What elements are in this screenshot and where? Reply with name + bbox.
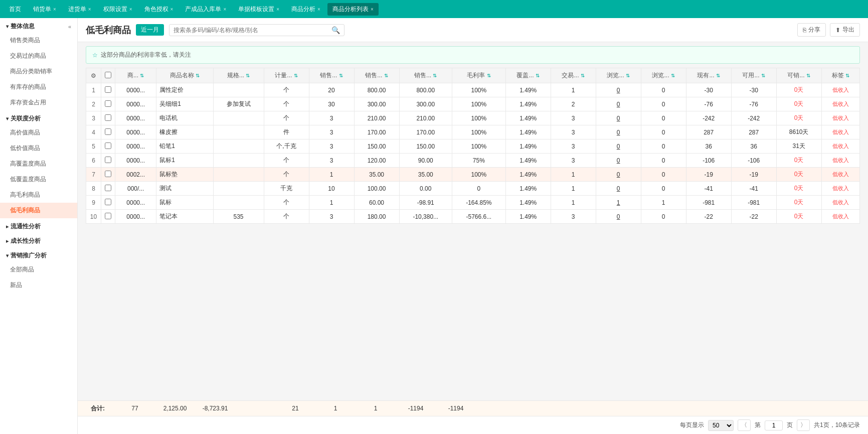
column-unit[interactable]: 计量... ⇅ (264, 68, 309, 83)
sidebar-item-high-margin[interactable]: 高毛利商品 (0, 187, 77, 203)
nav-close-product-analysis[interactable]: × (317, 7, 320, 12)
row-checkbox-4[interactable] (101, 125, 115, 139)
browse1-link-8[interactable]: 0 (617, 185, 620, 192)
column-transaction[interactable]: 交易... ⇅ (551, 68, 596, 83)
column-name[interactable]: 商品名称 ⇅ (156, 68, 213, 83)
sidebar-item-traded-goods[interactable]: 交易过的商品 (0, 48, 77, 64)
row-browse1-10[interactable]: 0 (596, 210, 641, 224)
column-available[interactable]: 可用... ⇅ (731, 68, 776, 83)
row-checkbox-9[interactable] (101, 196, 115, 210)
row-select-checkbox-6[interactable] (105, 157, 111, 163)
row-checkbox-5[interactable] (101, 139, 115, 154)
row-browse1-9[interactable]: 1 (596, 196, 641, 210)
row-select-checkbox-4[interactable] (105, 128, 111, 135)
nav-close-permissions[interactable]: × (129, 7, 132, 12)
row-browse1-2[interactable]: 0 (596, 97, 641, 111)
nav-product-entry[interactable]: 产成品入库单 × (180, 3, 231, 16)
row-checkbox-7[interactable] (101, 168, 115, 182)
nav-close-product-analysis-list[interactable]: × (371, 7, 374, 12)
nav-permissions[interactable]: 权限设置 × (98, 3, 137, 16)
column-sales-qty[interactable]: 销售... ⇅ (309, 68, 354, 83)
browse1-link-9[interactable]: 1 (617, 199, 620, 206)
row-select-checkbox-5[interactable] (105, 142, 111, 149)
sidebar-item-high-coverage[interactable]: 高覆盖度商品 (0, 156, 77, 172)
nav-close-product-entry[interactable]: × (223, 7, 226, 12)
column-tag[interactable]: 标签 ⇅ (821, 68, 859, 83)
nav-home[interactable]: 首页 (4, 3, 26, 16)
table-container[interactable]: ⚙ 商... ⇅ 商品名称 ⇅ 规格... ⇅ 计量... ⇅ 销售... ⇅ … (78, 68, 868, 400)
column-gross-margin[interactable]: 毛利率 ⇅ (452, 68, 506, 83)
browse1-link-4[interactable]: 0 (617, 129, 620, 136)
browse1-link-10[interactable]: 0 (617, 213, 620, 220)
browse1-link-7[interactable]: 0 (617, 171, 620, 178)
browse1-link-3[interactable]: 0 (617, 115, 620, 122)
nav-close-roles[interactable]: × (170, 7, 173, 12)
sidebar-item-category-rate[interactable]: 商品分类助销率 (0, 64, 77, 79)
column-checkbox[interactable] (101, 68, 115, 83)
nav-close-template[interactable]: × (276, 7, 279, 12)
row-checkbox-10[interactable] (101, 210, 115, 224)
prev-page-button[interactable]: 〈 (738, 419, 751, 431)
next-page-button[interactable]: 〉 (797, 419, 810, 431)
row-browse1-3[interactable]: 0 (596, 111, 641, 125)
nav-roles[interactable]: 角色授权 × (139, 3, 179, 16)
share-button[interactable]: ⎘ 分享 (797, 23, 826, 37)
row-checkbox-3[interactable] (101, 111, 115, 125)
row-select-checkbox-8[interactable] (105, 185, 111, 191)
nav-close-purchase[interactable]: × (88, 7, 91, 12)
browse1-link-2[interactable]: 0 (617, 101, 620, 108)
row-checkbox-2[interactable] (101, 97, 115, 111)
row-checkbox-6[interactable] (101, 154, 115, 168)
row-select-checkbox-2[interactable] (105, 100, 111, 107)
sidebar-group-circulation[interactable]: ▸ 流通性分析 (0, 218, 77, 233)
column-sales-price[interactable]: 销售... ⇅ (354, 68, 399, 83)
sidebar-group-marketing[interactable]: ▾ 营销推广分析 (0, 247, 77, 262)
gear-icon[interactable]: ⚙ (91, 72, 96, 79)
row-browse1-4[interactable]: 0 (596, 125, 641, 139)
page-number-input[interactable] (765, 420, 783, 430)
row-select-checkbox-7[interactable] (105, 171, 111, 177)
column-browse2[interactable]: 浏览... ⇅ (641, 68, 686, 83)
nav-close-sales[interactable]: × (53, 7, 56, 12)
row-select-checkbox-1[interactable] (105, 86, 111, 93)
column-sales-amount[interactable]: 销售... ⇅ (399, 68, 452, 83)
sidebar-item-stock-capital[interactable]: 库存资金占用 (0, 95, 77, 110)
row-browse1-5[interactable]: 0 (596, 139, 641, 154)
nav-product-analysis[interactable]: 商品分析 × (286, 3, 325, 16)
browse1-link-6[interactable]: 0 (617, 157, 620, 164)
time-filter-button[interactable]: 近一月 (136, 24, 164, 36)
column-browse1[interactable]: 浏览... ⇅ (596, 68, 641, 83)
nav-sales[interactable]: 销货单 × (28, 3, 61, 16)
sidebar-item-stocked-goods[interactable]: 有库存的商品 (0, 79, 77, 95)
nav-template[interactable]: 单据模板设置 × (233, 3, 284, 16)
browse1-link-1[interactable]: 0 (617, 87, 620, 94)
row-select-checkbox-3[interactable] (105, 114, 111, 121)
nav-purchase[interactable]: 进货单 × (63, 3, 96, 16)
sidebar-item-new-goods[interactable]: 新品 (0, 277, 77, 293)
select-all-checkbox[interactable] (105, 72, 111, 78)
sidebar-item-low-margin[interactable]: 低毛利商品 (0, 203, 77, 218)
column-coverage[interactable]: 覆盖... ⇅ (505, 68, 551, 83)
sidebar-group-growth[interactable]: ▸ 成长性分析 (0, 233, 77, 247)
column-current-stock[interactable]: 现有... ⇅ (686, 68, 731, 83)
sidebar-item-low-value[interactable]: 低价值商品 (0, 140, 77, 156)
column-sellable[interactable]: 可销... ⇅ (776, 68, 821, 83)
page-size-select[interactable]: 20 50 100 (708, 420, 734, 431)
sidebar-item-all-goods[interactable]: 全部商品 (0, 262, 77, 277)
row-select-checkbox-9[interactable] (105, 199, 111, 205)
row-browse1-7[interactable]: 0 (596, 168, 641, 182)
collapse-icon[interactable]: « (68, 24, 71, 30)
sidebar-item-low-coverage[interactable]: 低覆盖度商品 (0, 172, 77, 187)
row-browse1-6[interactable]: 0 (596, 154, 641, 168)
row-checkbox-1[interactable] (101, 83, 115, 97)
column-code[interactable]: 商... ⇅ (115, 68, 156, 83)
sidebar-item-high-value[interactable]: 高价值商品 (0, 125, 77, 140)
search-icon[interactable]: 🔍 (331, 26, 340, 34)
row-browse1-1[interactable]: 0 (596, 83, 641, 97)
sidebar-group-coverage[interactable]: ▾ 关联度分析 (0, 110, 77, 125)
search-input[interactable] (173, 27, 328, 34)
sidebar-item-sales-goods[interactable]: 销售类商品 (0, 33, 77, 48)
row-checkbox-8[interactable] (101, 182, 115, 196)
export-button[interactable]: ⬆ 导出 (830, 23, 860, 37)
column-spec[interactable]: 规格... ⇅ (213, 68, 264, 83)
